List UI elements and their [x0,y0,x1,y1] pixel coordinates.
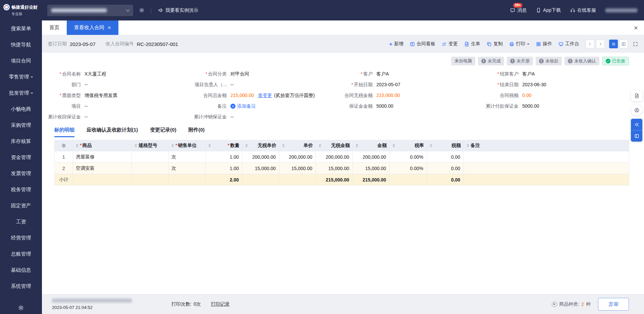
print-record-link[interactable]: 打印记录 [211,301,230,307]
org-selector[interactable] [47,5,133,16]
tab-attachments[interactable]: 附件(0) [189,127,205,137]
sidebar-item-search-menu[interactable]: 搜索菜单 [0,20,42,37]
copy-button[interactable]: 复制 [487,41,503,47]
col-unit[interactable]: *销售单位 [169,140,206,151]
sidebar-gear-icon[interactable] [0,305,42,311]
demo-link[interactable]: 我要看实例演示 [151,7,198,13]
messages-button[interactable]: 99+ 消息 [510,7,527,13]
col-product[interactable]: *商品 [73,140,132,151]
sidebar-item-retail[interactable]: 零售管理 [0,69,42,85]
sidebar-item-ecommerce[interactable]: 小畅电商 [0,101,42,117]
print-button[interactable]: 打印 [509,41,530,47]
contract-board-button[interactable]: 合同看板 [410,41,435,47]
close-page-icon[interactable]: × [634,24,638,31]
product-table: *商品 规格型号 *销售单位 *数量 无税单价 单价 无税金额 金额 税率 税额… [54,140,629,186]
rail-collapse-button[interactable] [631,119,642,130]
col-tax-rate[interactable]: 税率 [390,140,427,151]
sidebar-item-fixed-assets[interactable]: 固定资产 [0,198,42,214]
sidebar-item-basic-info[interactable]: 基础信息 [0,262,42,278]
app-download-button[interactable]: App下载 [536,7,561,13]
sidebar-item-quick-nav[interactable]: 快捷导航 [0,37,42,53]
chevron-left-icon [588,42,592,46]
sort-icon[interactable] [430,144,432,147]
field-contract-category: *合同分类对甲合同 [188,71,334,77]
sort-icon[interactable] [392,144,395,147]
list-icon [611,42,616,46]
col-remark[interactable]: 备注 [464,140,629,151]
sort-icon[interactable] [208,144,211,147]
cell-tax-rate: 0.00% [390,163,427,174]
sidebar-item-project-contract[interactable]: 项目合同 [0,53,42,69]
sort-icon[interactable] [356,144,358,147]
split-view-button[interactable] [619,40,628,48]
table-row[interactable]: 2 空调安装 次 1.00 15,000.00 15,000.00 15,000… [55,163,629,174]
tab-change-records[interactable]: 变更记录(0) [150,127,176,137]
list-view-button[interactable] [609,40,618,48]
reject-approval-button[interactable]: 弃审 [598,298,629,311]
document-icon [464,42,469,47]
demo-link-label: 我要看实例演示 [165,7,198,13]
change-button[interactable]: 变更 [442,41,458,47]
settings-gear-icon[interactable] [139,8,144,13]
online-service-button[interactable]: 在线客服 [570,7,596,13]
subtotal-amount-notax: 215,000.00 [316,174,353,186]
sidebar-item-inventory[interactable]: 库存核算 [0,133,42,149]
tab-detail-items[interactable]: 标的明细 [54,127,74,137]
sidebar-item-tax[interactable]: 税务管理 [0,181,42,198]
status-row: 来自电脑 未完成 未开票 未收款 未收入确认 已生效 [42,53,644,65]
chevron-down-icon [126,8,129,11]
prev-record-button[interactable] [586,40,594,48]
sidebar-item-business[interactable]: 经营管理 [0,230,42,246]
sidebar: 搜索菜单 快捷导航 项目合同 零售管理 批发管理 小畅电商 采购管理 库存核算 … [0,20,42,314]
add-remark-link[interactable]: 添加备注 [230,103,256,109]
sort-icon[interactable] [76,144,78,147]
tab-view-income-contract[interactable]: 查看收入合同 × [67,20,118,35]
generate-order-button[interactable]: 生单 [464,41,480,47]
workbench-button[interactable]: 工作台 [558,41,579,47]
print-count-value: 0次 [194,301,201,307]
sign-date-label: 签订日期 [48,41,67,47]
cell-amount-notax: 200,000.00 [316,151,353,163]
add-button[interactable]: +新增 [389,41,404,47]
rail-panel-button[interactable] [631,130,642,142]
brand-name: 畅捷通好业财 [11,4,38,10]
col-amount[interactable]: 金额 [353,140,390,151]
tab-receivable-plan[interactable]: 应收确认及收款计划(1) [87,127,138,137]
chevron-right-icon [598,42,602,46]
sort-icon[interactable] [135,144,137,147]
sign-date-value: 2023-05-07 [70,41,96,47]
tab-home[interactable]: 首页 [42,20,67,35]
col-spec[interactable]: 规格型号 [132,140,169,151]
sidebar-item-salary[interactable]: 工资 [0,214,42,230]
sort-icon[interactable] [245,144,248,147]
contract-form: *合同名称X大厦工程 *合同分类对甲合同 *客户客户A *结算客户客户A 部门-… [42,65,644,120]
sort-icon[interactable] [171,144,174,147]
rail-help-button[interactable] [631,104,642,116]
fullscreen-icon[interactable] [633,42,638,47]
rail-document-button[interactable] [631,90,642,101]
table-row[interactable]: 1 房屋装修 次 1.00 200,000.00 200,000.00 200,… [55,151,629,163]
sidebar-item-invoice[interactable]: 发票管理 [0,165,42,181]
sidebar-item-wholesale[interactable]: 批发管理 [0,85,42,101]
sort-icon[interactable] [467,144,469,147]
sidebar-item-system[interactable]: 系统管理 [0,278,42,294]
sort-icon[interactable] [282,144,285,147]
operations-button[interactable]: 操作 [536,41,552,47]
sidebar-item-general-ledger[interactable]: 总账管理 [0,246,42,262]
col-tax[interactable]: 税额 [427,140,464,151]
col-amount-notax[interactable]: 无税金额 [316,140,353,151]
phone-icon [536,8,541,13]
sidebar-item-funds[interactable]: 资金管理 [0,149,42,165]
tab-close-icon[interactable]: × [108,25,111,31]
col-price-notax[interactable]: 无税单价 [243,140,279,151]
view-change-link[interactable]: 查变更 [258,93,272,98]
col-price[interactable]: 单价 [279,140,316,151]
product-category-count: 商品种类: 2 种 [552,301,591,307]
next-record-button[interactable] [596,40,605,48]
col-settings[interactable] [55,140,73,151]
col-qty[interactable]: *数量 [206,140,243,151]
cell-tax: 0.00 [427,151,464,163]
sidebar-item-purchase[interactable]: 采购管理 [0,117,42,133]
user-name-blurred[interactable] [605,8,637,12]
sort-icon[interactable] [319,144,321,147]
